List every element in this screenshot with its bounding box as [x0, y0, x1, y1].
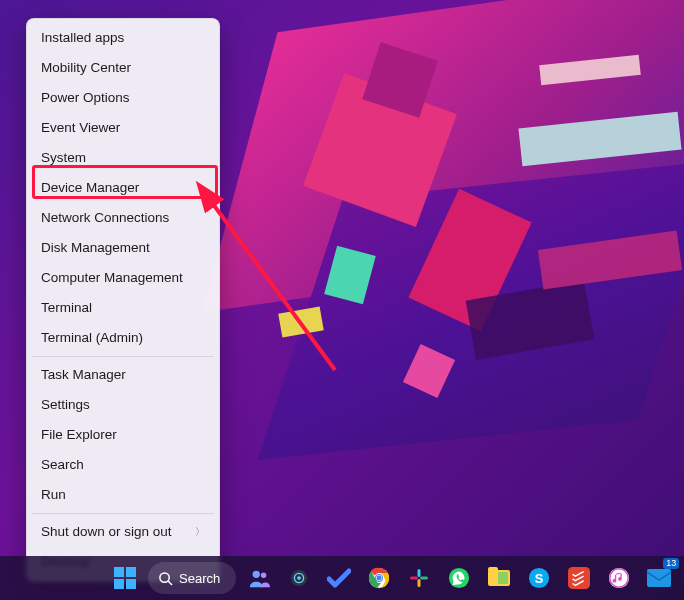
- svg-rect-4: [126, 579, 136, 589]
- taskbar-icon-skype[interactable]: S: [522, 561, 556, 595]
- menu-item-label: Mobility Center: [41, 60, 131, 76]
- search-icon: [158, 571, 173, 586]
- taskbar: Search S 13: [0, 556, 684, 600]
- menu-item-system[interactable]: System: [27, 143, 219, 173]
- taskbar-search-label: Search: [179, 571, 220, 586]
- mail-badge: 13: [663, 558, 679, 569]
- menu-item-label: Disk Management: [41, 240, 150, 256]
- menu-separator: [32, 513, 214, 514]
- menu-item-terminal-admin[interactable]: Terminal (Admin): [27, 323, 219, 353]
- svg-rect-19: [410, 577, 418, 580]
- folder-icon: [488, 570, 510, 586]
- taskbar-icon-settings[interactable]: [282, 561, 316, 595]
- menu-item-label: System: [41, 150, 86, 166]
- taskbar-icon-todoist[interactable]: [562, 561, 596, 595]
- svg-point-15: [377, 576, 382, 581]
- menu-item-run[interactable]: Run: [27, 480, 219, 510]
- menu-item-device-manager[interactable]: Device Manager: [27, 173, 219, 203]
- svg-line-6: [168, 581, 172, 585]
- menu-item-label: Terminal: [41, 300, 92, 316]
- menu-item-label: Terminal (Admin): [41, 330, 143, 346]
- menu-item-label: Device Manager: [41, 180, 139, 196]
- svg-text:S: S: [535, 571, 544, 586]
- menu-item-label: Search: [41, 457, 84, 473]
- taskbar-icon-whatsapp[interactable]: [442, 561, 476, 595]
- svg-rect-16: [418, 569, 421, 577]
- taskbar-icon-people[interactable]: [242, 561, 276, 595]
- taskbar-icon-todo[interactable]: [322, 561, 356, 595]
- menu-item-search[interactable]: Search: [27, 450, 219, 480]
- menu-item-installed-apps[interactable]: Installed apps: [27, 23, 219, 53]
- svg-point-7: [253, 571, 260, 578]
- svg-rect-1: [114, 567, 124, 577]
- menu-item-label: Run: [41, 487, 66, 503]
- taskbar-icon-file-explorer[interactable]: [482, 561, 516, 595]
- menu-item-label: File Explorer: [41, 427, 117, 443]
- svg-rect-17: [420, 577, 428, 580]
- svg-rect-2: [126, 567, 136, 577]
- svg-point-5: [160, 572, 169, 581]
- menu-separator: [32, 356, 214, 357]
- svg-point-8: [261, 573, 267, 579]
- menu-item-mobility-center[interactable]: Mobility Center: [27, 53, 219, 83]
- menu-item-file-explorer[interactable]: File Explorer: [27, 420, 219, 450]
- taskbar-icon-chrome[interactable]: [362, 561, 396, 595]
- menu-item-label: Shut down or sign out: [41, 524, 172, 540]
- svg-rect-3: [114, 579, 124, 589]
- menu-item-shutdown-signout[interactable]: Shut down or sign out 〉: [27, 517, 219, 547]
- taskbar-icon-slack[interactable]: [402, 561, 436, 595]
- menu-item-event-viewer[interactable]: Event Viewer: [27, 113, 219, 143]
- menu-item-power-options[interactable]: Power Options: [27, 83, 219, 113]
- menu-item-label: Task Manager: [41, 367, 126, 383]
- taskbar-icon-mail[interactable]: 13: [642, 561, 676, 595]
- menu-item-label: Installed apps: [41, 30, 124, 46]
- menu-item-label: Event Viewer: [41, 120, 120, 136]
- menu-item-settings[interactable]: Settings: [27, 390, 219, 420]
- start-button[interactable]: [108, 561, 142, 595]
- menu-item-task-manager[interactable]: Task Manager: [27, 360, 219, 390]
- menu-item-terminal[interactable]: Terminal: [27, 293, 219, 323]
- menu-item-network-connections[interactable]: Network Connections: [27, 203, 219, 233]
- taskbar-icon-music[interactable]: [602, 561, 636, 595]
- svg-rect-26: [647, 569, 671, 587]
- menu-item-label: Computer Management: [41, 270, 183, 286]
- menu-item-disk-management[interactable]: Disk Management: [27, 233, 219, 263]
- winx-context-menu: Installed apps Mobility Center Power Opt…: [26, 18, 220, 582]
- svg-rect-18: [418, 579, 421, 587]
- menu-item-label: Settings: [41, 397, 90, 413]
- svg-point-11: [297, 576, 301, 580]
- menu-item-computer-management[interactable]: Computer Management: [27, 263, 219, 293]
- chevron-right-icon: 〉: [195, 524, 205, 540]
- taskbar-search[interactable]: Search: [148, 562, 236, 594]
- menu-item-label: Power Options: [41, 90, 130, 106]
- menu-item-label: Network Connections: [41, 210, 169, 226]
